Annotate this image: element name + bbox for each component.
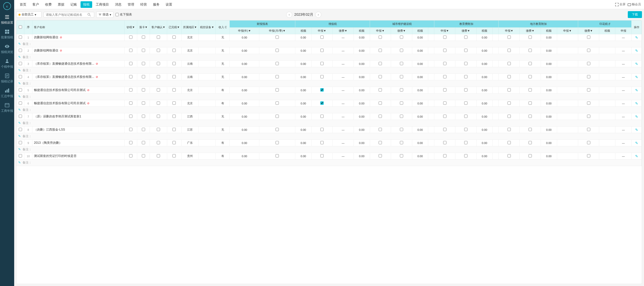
row-checkbox[interactable]: [19, 75, 22, 78]
chaoshui-check[interactable]: [129, 101, 132, 105]
kehuhekao-check[interactable]: [157, 75, 160, 78]
nav-guanli[interactable]: 管理: [125, 1, 137, 8]
employee-select[interactable]: 全部员工 ▾: [16, 11, 42, 18]
kehuhekao-check[interactable]: [157, 101, 160, 105]
th-yh-1[interactable]: 缴费▼: [578, 28, 599, 34]
mingxia-checkbox[interactable]: [115, 13, 119, 16]
yishengbao-check[interactable]: [172, 49, 176, 52]
chaoshui-check[interactable]: [129, 35, 132, 39]
jy-jiaofei-check[interactable]: [464, 49, 467, 52]
note-edit-icon[interactable]: ✎: [18, 82, 21, 85]
df-jiaofei-check[interactable]: [529, 154, 532, 157]
cs-jiaofei-check[interactable]: [400, 75, 403, 78]
yh-jiaofei-check[interactable]: [587, 141, 590, 144]
yh-jiaofei-check[interactable]: [587, 115, 590, 118]
filter-btn[interactable]: 筛选 ▾: [96, 11, 113, 18]
download-button[interactable]: 下载: [628, 11, 642, 18]
sidebar-item-shuibaojilu[interactable]: 报税记录: [0, 71, 14, 86]
th-shukongshebei[interactable]: 税控设备▼: [199, 21, 216, 34]
th-cs-1[interactable]: 申报▼: [370, 28, 391, 34]
th-caiwu-2[interactable]: 申报(月/季)▼: [259, 28, 295, 34]
cs-jiaofei-check[interactable]: [400, 154, 403, 157]
cs-jiaofei-check[interactable]: [400, 101, 403, 105]
yishengbao-check[interactable]: [172, 115, 176, 118]
jy-jiaofei-check[interactable]: [464, 88, 467, 92]
cs-shenbao-check[interactable]: [379, 88, 382, 92]
sidebar-item-piliangshuibao[interactable]: 批量报税: [0, 27, 14, 42]
caiwu-cb1[interactable]: [276, 101, 279, 105]
sidebar-item-gongshangnianbaof[interactable]: 工商年报: [0, 100, 14, 115]
jy-shenbao-check[interactable]: [443, 101, 446, 105]
chaoshui-check[interactable]: [129, 62, 132, 65]
yishengbao-check[interactable]: [172, 62, 176, 65]
th-df-1[interactable]: 申报▼: [499, 28, 520, 34]
jy-shenbao-check[interactable]: [443, 115, 446, 118]
note-edit-icon[interactable]: ✎: [18, 68, 21, 72]
df-shenbao-check[interactable]: [508, 62, 511, 65]
df-jiaofei-check[interactable]: [529, 75, 532, 78]
jy-jiaofei-check[interactable]: [464, 115, 467, 118]
df-shenbao-check[interactable]: [508, 115, 511, 118]
th-yishengbao[interactable]: 已完税▼: [167, 21, 181, 34]
df-shenbao-check[interactable]: [508, 101, 511, 105]
luoka-check[interactable]: [142, 154, 145, 157]
caiwu-cb1[interactable]: [276, 141, 279, 144]
note-edit-icon[interactable]: ✎: [18, 95, 21, 98]
caiwu-cb1[interactable]: [276, 62, 279, 65]
note-edit-icon[interactable]: ✎: [18, 121, 21, 125]
edit-button[interactable]: ✎: [635, 75, 638, 79]
note-edit-icon[interactable]: ✎: [18, 148, 21, 151]
luoka-check[interactable]: [142, 49, 145, 52]
luoka-check[interactable]: [142, 35, 145, 39]
row-checkbox[interactable]: [19, 128, 22, 131]
th-df-2[interactable]: 缴费▼: [520, 28, 541, 34]
df-jiaofei-check[interactable]: [529, 141, 532, 144]
chaoshui-check[interactable]: [129, 115, 132, 118]
cs-shenbao-check[interactable]: [379, 35, 382, 39]
yh-jiaofei-check[interactable]: [587, 62, 590, 65]
edit-button[interactable]: ✎: [635, 35, 638, 40]
yishengbao-check[interactable]: [172, 35, 176, 39]
zz-shenbao-check[interactable]: [320, 115, 324, 118]
row-checkbox[interactable]: [19, 115, 22, 118]
jy-shenbao-check[interactable]: [443, 154, 446, 157]
chaoshui-check[interactable]: [129, 128, 132, 131]
edit-button[interactable]: ✎: [635, 62, 638, 66]
df-jiaofei-check[interactable]: [529, 101, 532, 105]
edit-button[interactable]: ✎: [635, 88, 638, 92]
th-chaoshui[interactable]: 钞税▼: [124, 21, 137, 34]
th-luoka[interactable]: 落卡▼: [137, 21, 150, 34]
cs-shenbao-check[interactable]: [379, 128, 382, 131]
df-shenbao-check[interactable]: [508, 35, 511, 39]
caiwu-cb1[interactable]: [276, 75, 279, 78]
note-edit-icon[interactable]: ✎: [18, 42, 21, 46]
zz-shenbao-check[interactable]: [320, 88, 324, 92]
chaoshui-check[interactable]: [129, 154, 132, 157]
cs-shenbao-check[interactable]: [379, 75, 382, 78]
prev-month-btn[interactable]: ‹: [286, 12, 292, 18]
note-edit-icon[interactable]: ✎: [18, 55, 21, 59]
cs-jiaofei-check[interactable]: [400, 115, 403, 118]
jy-jiaofei-check[interactable]: [464, 128, 467, 131]
kehuhekao-check[interactable]: [157, 49, 160, 52]
jy-jiaofei-check[interactable]: [464, 62, 467, 65]
chaoshui-check[interactable]: [129, 49, 132, 52]
jy-shenbao-check[interactable]: [443, 141, 446, 144]
edit-button[interactable]: ✎: [635, 128, 638, 132]
kehuhekao-check[interactable]: [157, 115, 160, 118]
cs-shenbao-check[interactable]: [379, 141, 382, 144]
kehuhekao-check[interactable]: [157, 88, 160, 92]
edit-button[interactable]: ✎: [635, 154, 638, 158]
zz-shenbao-check[interactable]: [320, 128, 324, 131]
luoka-check[interactable]: [142, 128, 145, 131]
next-month-btn[interactable]: ›: [315, 12, 321, 18]
nav-baoshui[interactable]: 报税: [81, 1, 92, 8]
note-edit-icon[interactable]: ✎: [18, 134, 21, 138]
caiwu-cb1[interactable]: [276, 49, 279, 52]
kehuhekao-check[interactable]: [157, 35, 160, 39]
df-shenbao-check[interactable]: [508, 141, 511, 144]
yh-jiaofei-check[interactable]: [587, 35, 590, 39]
df-jiaofei-check[interactable]: [529, 49, 532, 52]
nav-shezhi[interactable]: 设置: [163, 1, 175, 8]
note-edit-icon[interactable]: ✎: [18, 108, 21, 112]
